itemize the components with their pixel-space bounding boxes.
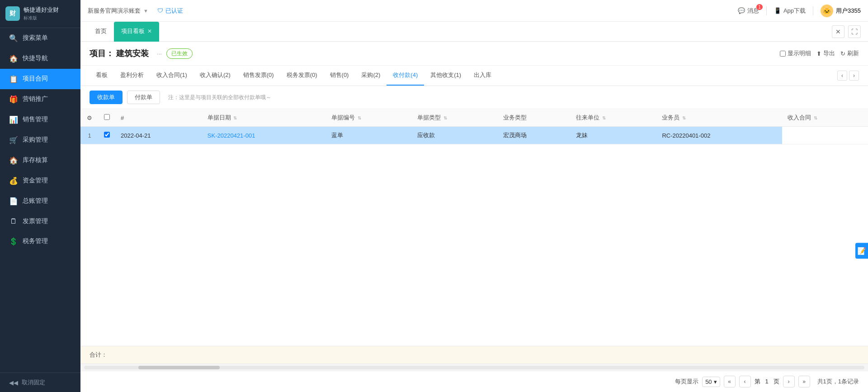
filter-note: 注：这里是与项目关联的全部收付款单哦～: [168, 94, 271, 101]
per-page-select[interactable]: 50 ▾: [702, 377, 720, 387]
sub-tab-purchase[interactable]: 采购(2): [355, 66, 387, 86]
th-number[interactable]: 单据编号 ⇅: [326, 109, 412, 127]
sub-tabs-prev-btn[interactable]: ‹: [837, 71, 847, 81]
show-detail-input[interactable]: [780, 51, 786, 57]
topbar-divider: [766, 6, 767, 15]
sub-tab-income-confirm[interactable]: 收入确认(2): [193, 66, 237, 86]
th-num: #: [115, 109, 202, 127]
th-type[interactable]: 单据类型 ⇅: [412, 109, 498, 127]
tabbar-controls: ✕ ⛶: [832, 25, 861, 38]
th-partner[interactable]: 往来单位 ⇅: [571, 109, 656, 127]
pagination-last-btn[interactable]: »: [798, 376, 810, 387]
pagination: 每页显示 50 ▾ « ‹ 第 1 页 › » 共1页，1条记录: [80, 371, 868, 392]
th-checkbox[interactable]: [99, 109, 115, 127]
sub-tab-profit[interactable]: 盈利分析: [114, 66, 150, 86]
sidebar-item-purchase[interactable]: 🛒 采购管理: [0, 130, 80, 150]
topbar-app-download[interactable]: 📱 App下载: [774, 7, 806, 15]
home-icon: 🏠: [9, 54, 18, 63]
pagination-next-btn[interactable]: ›: [783, 376, 795, 387]
th-income-contract[interactable]: 收入合同 ⇅: [782, 109, 868, 127]
topbar-verified: 🛡 已认证: [157, 7, 183, 15]
td-income-contract: RC-20220401-002: [656, 127, 782, 144]
sort-type-icon: ⇅: [443, 115, 447, 120]
tab-close-window-btn[interactable]: ✕: [832, 25, 844, 38]
sidebar-item-invoices[interactable]: 🗒 发票管理: [0, 211, 80, 231]
th-salesperson[interactable]: 业务员 ⇅: [656, 109, 782, 127]
export-btn[interactable]: ⬆ 导出: [816, 49, 835, 57]
topbar-dropdown-icon[interactable]: ▼: [143, 8, 148, 14]
ledger-icon: 📄: [9, 197, 18, 206]
search-icon: 🔍: [9, 34, 18, 43]
sidebar-nav: 🔍 搜索菜单 🏠 快捷导航 📋 项目合同 🎁 营销推广 📊 销售管理 🛒 采购管…: [0, 28, 80, 373]
payment-filter-btn[interactable]: 付款单: [127, 91, 160, 104]
money-icon: 💰: [9, 177, 18, 185]
export-icon: ⬆: [816, 50, 821, 57]
topbar-messages[interactable]: 💬 消息 1: [738, 7, 759, 15]
sub-tab-kanban[interactable]: 看板: [90, 66, 114, 86]
topbar-project-name: 新服务官网演示账套: [88, 7, 141, 15]
row-checkbox[interactable]: [104, 132, 110, 138]
topbar-user[interactable]: 🐱 用户3355: [821, 5, 861, 17]
sort-number-icon: ⇅: [358, 115, 361, 120]
scrollbar-area[interactable]: [80, 363, 868, 371]
td-date: 2022-04-21: [115, 127, 202, 144]
sidebar-item-inventory[interactable]: 🏠 库存核算: [0, 150, 80, 171]
table-container: ⚙ # 单据日期 ⇅ 单据编号 ⇅: [80, 109, 868, 346]
sort-salesperson-icon: ⇅: [682, 115, 686, 120]
side-quick-action[interactable]: 📝: [855, 243, 868, 258]
sidebar-footer-unpin[interactable]: ◀◀ 取消固定: [0, 373, 80, 392]
tab-home[interactable]: 首页: [88, 22, 114, 42]
sidebar-item-marketing[interactable]: 🎁 营销推广: [0, 89, 80, 110]
sub-tab-tax-invoice[interactable]: 税务发票(0): [280, 66, 324, 86]
tax-icon: 💲: [9, 237, 18, 246]
select-all-checkbox[interactable]: [104, 114, 110, 120]
sidebar-item-funds[interactable]: 💰 资金管理: [0, 171, 80, 191]
th-settings[interactable]: ⚙: [80, 109, 99, 127]
pagination-first-btn[interactable]: «: [724, 376, 736, 387]
refresh-btn[interactable]: ↻ 刷新: [840, 49, 859, 57]
pagination-total: 共1页，1条记录: [817, 378, 859, 386]
sub-tab-income-contract[interactable]: 收入合同(1): [150, 66, 193, 86]
sidebar-item-sales[interactable]: 📊 销售管理: [0, 110, 80, 130]
messages-badge: 1: [756, 4, 763, 10]
pagination-prev-btn[interactable]: ‹: [739, 376, 751, 387]
sidebar-item-ledger[interactable]: 📄 总账管理: [0, 191, 80, 211]
sub-tab-warehouse[interactable]: 出入库: [467, 66, 498, 86]
sidebar-item-shortcuts[interactable]: 🏠 快捷导航: [0, 48, 80, 69]
tab-project-board[interactable]: 项目看板 ✕: [114, 22, 159, 42]
td-salesperson: 龙妹: [571, 127, 656, 144]
tab-close-icon[interactable]: ✕: [147, 28, 152, 34]
show-detail-checkbox[interactable]: 显示明细: [780, 49, 811, 57]
sort-partner-icon: ⇅: [602, 115, 606, 120]
sub-tab-sales[interactable]: 销售(0): [324, 66, 355, 86]
app-version: 标准版: [24, 15, 59, 21]
sub-tabs-next-btn[interactable]: ›: [849, 71, 859, 81]
td-type: 蓝单: [326, 127, 412, 144]
sidebar-item-contracts[interactable]: 📋 项目合同: [0, 69, 80, 89]
sub-tab-other-expense[interactable]: 其他收支(1): [424, 66, 467, 86]
sidebar-header: 财 畅捷通好业财 标准版: [0, 0, 80, 28]
th-date[interactable]: 单据日期 ⇅: [202, 109, 326, 127]
td-number[interactable]: SK-20220421-001: [202, 127, 326, 144]
receipt-number-link[interactable]: SK-20220421-001: [208, 132, 255, 139]
sub-tab-sales-invoice[interactable]: 销售发票(0): [237, 66, 280, 86]
scrollbar-thumb[interactable]: [138, 366, 220, 369]
page-more-btn[interactable]: ···: [157, 50, 162, 57]
sidebar-item-tax[interactable]: 💲 税务管理: [0, 231, 80, 252]
sub-tabs: 看板 盈利分析 收入合同(1) 收入确认(2) 销售发票(0) 税务发票(0) …: [80, 66, 868, 86]
sub-tabs-nav: ‹ ›: [837, 71, 859, 81]
sidebar-item-search[interactable]: 🔍 搜索菜单: [0, 28, 80, 48]
tab-maximize-btn[interactable]: ⛶: [848, 25, 861, 38]
table-row[interactable]: 1 2022-04-21 SK-20220421-001 蓝单 应收款 宏茂商场…: [80, 127, 868, 144]
invoice-icon: 🗒: [9, 217, 18, 225]
pin-icon: ◀◀: [9, 379, 18, 386]
sub-tab-receipt[interactable]: 收付款(4): [387, 66, 424, 86]
main-area: 新服务官网演示账套 ▼ 🛡 已认证 💬 消息 1 📱 App下载 🐱 用户335…: [80, 0, 868, 392]
topbar: 新服务官网演示账套 ▼ 🛡 已认证 💬 消息 1 📱 App下载 🐱 用户335…: [80, 0, 868, 22]
receipt-filter-btn[interactable]: 收款单: [90, 91, 123, 104]
td-checkbox[interactable]: [99, 127, 115, 144]
receipt-table: ⚙ # 单据日期 ⇅ 单据编号 ⇅: [80, 109, 868, 144]
td-row-num: 1: [80, 127, 99, 144]
td-business-type: 应收款: [412, 127, 498, 144]
chart-icon: 📊: [9, 115, 18, 124]
